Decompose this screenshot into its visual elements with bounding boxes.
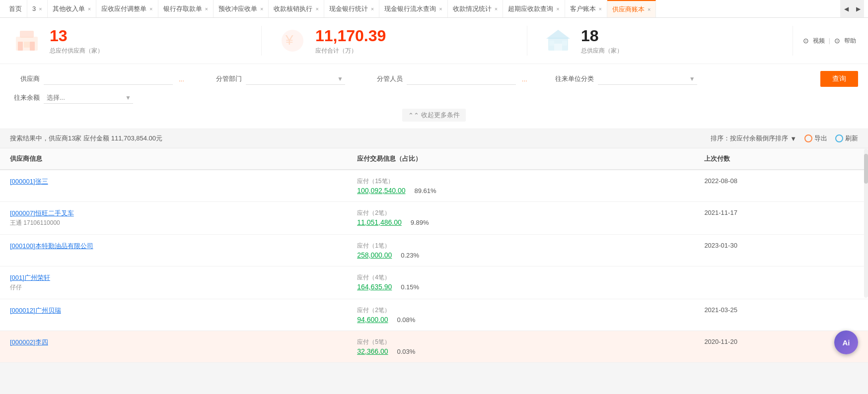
tab-close-collection-stat[interactable]: × xyxy=(495,6,498,12)
tab-close-bank-deposit[interactable]: × xyxy=(205,6,208,12)
filter-person: 分管人员 ... xyxy=(373,73,527,85)
tx-amount-4[interactable]: 94,600.00 xyxy=(357,316,388,324)
nav-tab-bank-deposit[interactable]: 银行存取款单× xyxy=(158,0,214,18)
category-select[interactable] xyxy=(598,73,697,85)
table-wrap: 供应商信息 应付交易信息（占比） 上次付数 [000001]张三应付（15笔）1… xyxy=(0,148,868,363)
dept-select[interactable] xyxy=(246,73,345,85)
supplier-link-1[interactable]: [000007]恒旺二手叉车 xyxy=(10,209,74,217)
supplier-link-0[interactable]: [000001]张三 xyxy=(10,178,48,185)
tx-amount-1[interactable]: 11,051,486.00 xyxy=(357,218,402,226)
tab-close-overdue[interactable]: × xyxy=(556,6,559,12)
refresh-label: 刷新 xyxy=(845,134,858,143)
supplier-cell-5: [000002]李四 xyxy=(0,331,347,363)
tx-amount-0[interactable]: 100,092,540.00 xyxy=(357,187,405,195)
filter-row-2: 往来余额 ▼ xyxy=(10,92,858,104)
supplier-dots[interactable]: ... xyxy=(179,75,184,83)
tab-close-customer-account[interactable]: × xyxy=(599,6,602,12)
col-header-lastpay: 上次付数 xyxy=(694,148,868,170)
tx-cell-0: 应付（15笔）100,092,540.0089.61% xyxy=(347,170,694,202)
nav-tab-collection-verify[interactable]: 收款核销执行× xyxy=(269,0,324,18)
nav-tab-tab3[interactable]: 3× xyxy=(27,0,48,18)
col-header-tx: 应付交易信息（占比） xyxy=(347,148,694,170)
tx-percent-5: 0.03% xyxy=(397,348,415,355)
ap-total-value: 11,170.39 xyxy=(315,26,386,45)
svg-rect-3 xyxy=(24,42,30,48)
dept-select-wrap: ▼ xyxy=(246,73,345,85)
filter-area: 供应商 ... 分管部门 ▼ 分管人员 ... 往来单位分类 ▼ 查询 xyxy=(0,64,868,129)
nav-tab-collection-stat[interactable]: 收款情况统计× xyxy=(448,0,503,18)
nav-tab-ap-adj[interactable]: 应收应付调整单× xyxy=(96,0,158,18)
summary-card-ap-total: ¥ 11,170.39 应付合计（万） xyxy=(262,26,527,56)
tx-label-0: 应付（15笔） xyxy=(357,177,684,186)
supplier-link-4[interactable]: [000012]广州贝瑞 xyxy=(10,307,61,314)
tx-cell-2: 应付（1笔）258,000.000.23% xyxy=(347,235,694,266)
nav-tab-customer-account[interactable]: 客户账本× xyxy=(565,0,607,18)
balance-select[interactable] xyxy=(44,92,133,104)
sort-label: 排序：按应付余额倒序排序 xyxy=(711,134,788,143)
tx-row-1: 11,051,486.009.89% xyxy=(357,218,684,226)
nav-tab-other-income[interactable]: 其他收入单× xyxy=(48,0,96,18)
nav-arrow-right[interactable]: ▶ xyxy=(852,0,864,18)
tx-row-2: 258,000.000.23% xyxy=(357,251,684,259)
tab-close-ap-adj[interactable]: × xyxy=(149,6,152,12)
filter-supplier: 供应商 ... xyxy=(10,73,184,85)
collapse-button[interactable]: ⌃⌃ 收起更多条件 xyxy=(402,109,466,122)
sort-arrow-icon: ▼ xyxy=(790,135,796,142)
supplier-input[interactable] xyxy=(44,73,173,85)
nav-tab-home[interactable]: 首页 xyxy=(4,0,27,18)
tab-close-advance[interactable]: × xyxy=(260,6,263,12)
lastpay-cell-1: 2021-11-17 xyxy=(694,202,868,235)
supplier-link-5[interactable]: [000002]李四 xyxy=(10,338,48,346)
filter-balance: 往来余额 ▼ xyxy=(10,92,133,104)
summary-card-ap-suppliers: 13 总应付供应商（家） xyxy=(12,26,262,56)
table-row: [000012]广州贝瑞应付（2笔）94,600.000.08%2021-03-… xyxy=(0,299,868,331)
person-filter-label: 分管人员 xyxy=(373,74,403,83)
tx-cell-5: 应付（5笔）32,366.000.03% xyxy=(347,331,694,363)
sort-select[interactable]: 排序：按应付余额倒序排序 ▼ xyxy=(711,134,796,143)
dept-filter-label: 分管部门 xyxy=(212,74,242,83)
supplier-cell-3: [001]广州荣轩仔仔 xyxy=(0,266,347,299)
video-link[interactable]: 视频 xyxy=(813,37,825,45)
nav-tab-advance[interactable]: 预收冲应收单× xyxy=(214,0,269,18)
refresh-button[interactable]: 刷新 xyxy=(835,134,858,143)
export-button[interactable]: 导出 xyxy=(804,134,827,143)
supplier-link-3[interactable]: [001]广州荣轩 xyxy=(10,274,50,281)
query-button[interactable]: 查询 xyxy=(820,71,858,87)
scrollbar-thumb[interactable] xyxy=(864,154,868,184)
nav-tab-overdue[interactable]: 超期应收款查询× xyxy=(503,0,565,18)
tx-amount-3[interactable]: 164,635.90 xyxy=(357,283,392,291)
person-dots[interactable]: ... xyxy=(522,75,527,83)
tx-amount-5[interactable]: 32,366.00 xyxy=(357,347,388,355)
help-link[interactable]: 帮助 xyxy=(844,37,856,45)
tab-close-supplier-account[interactable]: × xyxy=(648,6,651,12)
tab-close-cash-bank-stat[interactable]: × xyxy=(371,6,374,12)
nav-tab-cash-bank-stat[interactable]: 现金银行统计× xyxy=(324,0,379,18)
tx-label-1: 应付（2笔） xyxy=(357,209,684,217)
tx-row-4: 94,600.000.08% xyxy=(357,316,684,324)
tx-cell-1: 应付（2笔）11,051,486.009.89% xyxy=(347,202,694,235)
supplier-cell-0: [000001]张三 xyxy=(0,170,347,202)
lastpay-cell-3 xyxy=(694,266,868,299)
nav-tab-supplier-account[interactable]: 供应商账本× xyxy=(607,0,656,18)
tab-close-cash-bank-flow[interactable]: × xyxy=(439,6,442,12)
supplier-link-2[interactable]: [000100]本特勤油品有限公司 xyxy=(10,242,93,250)
export-icon xyxy=(804,134,812,142)
supplier-cell-4: [000012]广州贝瑞 xyxy=(0,299,347,331)
person-input[interactable] xyxy=(407,73,516,85)
tx-amount-2[interactable]: 258,000.00 xyxy=(357,251,392,259)
nav-tab-cash-bank-flow[interactable]: 现金银行流水查询× xyxy=(379,0,447,18)
nav-arrow-left[interactable]: ◀ xyxy=(840,0,852,18)
tab-close-collection-verify[interactable]: × xyxy=(315,6,318,12)
svg-text:¥: ¥ xyxy=(285,32,293,48)
tx-percent-2: 0.23% xyxy=(401,252,419,259)
tx-label-5: 应付（5笔） xyxy=(357,338,684,346)
summary-card-total-suppliers: 18 总供应商（家） xyxy=(527,26,793,56)
tx-label-4: 应付（2笔） xyxy=(357,306,684,315)
lastpay-cell-4: 2021-03-25 xyxy=(694,299,868,331)
nav-arrows: ◀ ▶ xyxy=(840,0,864,18)
tab-close-other-income[interactable]: × xyxy=(88,6,91,12)
ap-total-info: 11,170.39 应付合计（万） xyxy=(315,26,386,55)
tab-close-tab3[interactable]: × xyxy=(39,6,42,12)
ai-button[interactable]: Ai xyxy=(834,330,858,354)
lastpay-cell-2: 2023-01-30 xyxy=(694,235,868,266)
